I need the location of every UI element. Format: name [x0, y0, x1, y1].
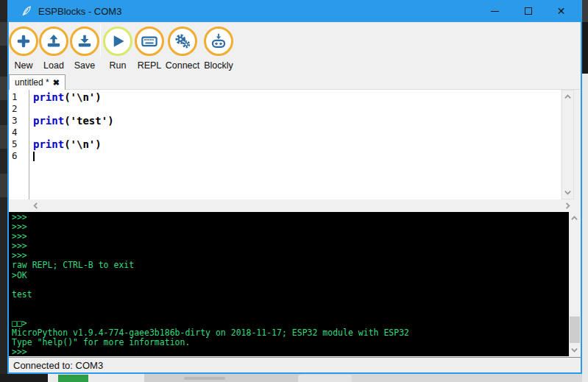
line-number: 1 — [9, 91, 29, 103]
connect-button-circle — [168, 26, 197, 56]
background-fragment — [0, 125, 7, 149]
connect-button-label: Connect — [166, 60, 200, 71]
background-fragment — [0, 22, 7, 46]
scrollbar-thumb[interactable] — [570, 316, 580, 343]
plus-icon — [15, 33, 32, 49]
terminal-scrollbar[interactable] — [569, 212, 581, 356]
repl-button-circle — [135, 26, 164, 56]
maximize-button[interactable] — [511, 0, 545, 22]
window-title: ESPBlocks - COM3 — [38, 6, 121, 17]
connection-status: Connected to: COM3 — [13, 360, 103, 371]
code-line[interactable]: print('test') — [33, 115, 561, 127]
terminal-line: test — [12, 290, 569, 300]
play-icon — [109, 32, 127, 50]
toolbar: New Load — [9, 22, 581, 74]
editor-gutter: 123456 — [9, 90, 29, 199]
terminal-line: raw REPL; CTRL-B to exit — [12, 261, 569, 270]
line-number: 3 — [9, 115, 29, 127]
line-number: 4 — [9, 127, 29, 138]
code-editor: 123456 print('\n')print('test')print('\n… — [9, 90, 581, 212]
scroll-left-arrow[interactable] — [31, 201, 40, 211]
minimize-icon — [491, 11, 499, 12]
scroll-down-arrow[interactable] — [570, 345, 579, 355]
close-icon: ✕ — [557, 6, 566, 16]
terminal-output[interactable]: >>>>>>>>>>>>>>>raw REPL; CTRL-B to exit>… — [9, 212, 569, 356]
code-line[interactable] — [33, 103, 561, 115]
editor-horizontal-scrollbar[interactable] — [9, 199, 574, 212]
terminal-line: >>> — [12, 241, 569, 251]
tab-bar: untitled * ✖ — [9, 74, 581, 90]
blockly-button[interactable]: Blockly — [204, 26, 233, 56]
background-text-fragment — [184, 377, 225, 380]
new-button-circle — [9, 26, 38, 56]
load-button[interactable]: Load — [39, 26, 68, 56]
code-line[interactable]: print('\n') — [33, 138, 561, 150]
text-cursor — [33, 152, 35, 161]
code-line[interactable] — [33, 127, 561, 138]
background-window-right — [582, 22, 588, 74]
robot-icon — [210, 32, 227, 50]
background-window-right — [582, 74, 588, 382]
connect-button[interactable]: Connect — [168, 26, 197, 56]
run-button-label: Run — [110, 60, 127, 71]
run-button[interactable]: Run — [103, 26, 132, 56]
terminal-line — [12, 280, 569, 290]
upload-tray-icon — [46, 33, 62, 49]
background-window-right — [582, 0, 588, 22]
save-button-circle — [70, 26, 99, 56]
load-button-label: Load — [43, 60, 64, 71]
keyboard-icon — [141, 32, 158, 50]
terminal-line: >>> — [12, 232, 569, 241]
terminal-line — [12, 309, 569, 319]
tab-label: untitled * — [15, 77, 49, 88]
terminal-line: >>> — [12, 347, 569, 356]
status-bar: Connected to: COM3 — [9, 357, 581, 372]
scroll-down-arrow[interactable] — [563, 188, 573, 197]
blockly-button-circle — [204, 26, 233, 56]
close-button[interactable]: ✕ — [545, 0, 578, 22]
repl-terminal: >>>>>>>>>>>>>>>raw REPL; CTRL-B to exit>… — [9, 212, 581, 357]
maximize-icon — [525, 7, 532, 15]
window-controls: ✕ — [478, 0, 578, 22]
tab-untitled[interactable]: untitled * ✖ — [9, 74, 65, 90]
titlebar[interactable]: ESPBlocks - COM3 ✕ — [7, 0, 582, 22]
load-button-circle — [39, 26, 68, 56]
scroll-up-arrow[interactable] — [570, 213, 579, 223]
gears-icon — [174, 32, 191, 50]
screen: ESPBlocks - COM3 ✕ New — [0, 0, 588, 382]
tab-close-icon[interactable]: ✖ — [53, 79, 60, 87]
code-line[interactable]: print('\n') — [33, 91, 561, 103]
save-button[interactable]: Save — [70, 26, 99, 56]
minimize-button[interactable] — [478, 0, 511, 22]
repl-button-label: REPL — [138, 60, 162, 71]
background-green-button — [58, 375, 88, 382]
terminal-line: Type "help()" for more information. — [12, 338, 569, 347]
terminal-line — [12, 300, 569, 309]
background-input-fragment — [298, 375, 352, 382]
terminal-line: >>> — [12, 213, 569, 222]
repl-button[interactable]: REPL — [135, 26, 164, 56]
editor-vertical-scrollbar[interactable] — [562, 90, 574, 199]
editor-code[interactable]: print('\n')print('test')print('\n') — [29, 90, 561, 199]
new-button[interactable]: New — [9, 26, 38, 56]
line-number: 2 — [9, 103, 29, 115]
code-pane[interactable]: 123456 print('\n')print('test')print('\n… — [9, 90, 561, 199]
terminal-line: >OK — [12, 271, 569, 280]
toolbar-separator — [100, 24, 101, 57]
background-window-left — [0, 0, 7, 374]
background-fragment — [0, 77, 7, 100]
download-tray-icon — [77, 33, 93, 49]
save-button-label: Save — [74, 60, 96, 71]
background-fragment — [0, 174, 7, 197]
feather-icon — [21, 5, 32, 17]
run-button-circle — [103, 26, 132, 56]
line-number: 5 — [9, 138, 29, 150]
espblocks-window: ESPBlocks - COM3 ✕ New — [7, 0, 582, 374]
terminal-line: >>> — [12, 222, 569, 232]
blockly-button-label: Blockly — [204, 60, 233, 71]
scroll-up-arrow[interactable] — [563, 92, 573, 102]
code-line[interactable] — [33, 150, 561, 162]
line-number: 6 — [9, 150, 29, 162]
scroll-right-arrow[interactable] — [563, 201, 573, 211]
new-button-label: New — [14, 60, 32, 71]
